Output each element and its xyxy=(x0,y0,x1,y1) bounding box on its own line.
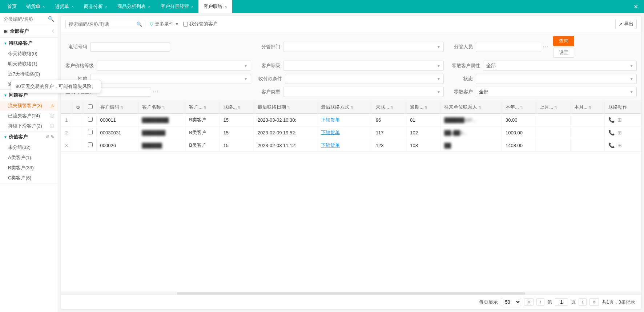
cell-checkbox-0 xyxy=(84,114,96,126)
more-conditions-btn[interactable]: ▽ 更多条件 ▼ xyxy=(150,21,179,27)
col-customer-code[interactable]: 客户编码⇅ xyxy=(96,101,138,114)
col-contact[interactable]: 联络...⇅ xyxy=(220,101,254,114)
edit-icon-value[interactable]: ✎ xyxy=(51,134,54,139)
setting-button[interactable]: 设置 xyxy=(553,48,574,58)
filter-select-customer-tier[interactable]: ▼ xyxy=(283,61,444,71)
nav-label-purchase: 进货单 xyxy=(55,3,69,10)
nav-item-home[interactable]: 首页 xyxy=(3,0,21,13)
per-page-label: 每页显示 xyxy=(479,299,498,305)
sidebar-item-classC[interactable]: C类客户(6) xyxy=(0,173,58,183)
sidebar-item-tomorrow-label: 明天待联络(1) xyxy=(8,61,54,67)
prev-page-btn[interactable]: ‹ xyxy=(536,298,544,306)
sidebar-item-unsorted[interactable]: 未分组(32) xyxy=(0,142,58,153)
col-settings[interactable]: ⚙ xyxy=(72,101,84,114)
col-this-year[interactable]: 本年...⇅ xyxy=(502,101,536,114)
filter-row-2: 客户价格等级 ▼ 客户等级 ▼ 零散客户属性 全部 xyxy=(65,61,637,71)
total-info: 共1页，3条记录 xyxy=(602,299,635,305)
nav-close-analysis[interactable]: × xyxy=(105,4,107,9)
nav-item-customer-tier[interactable]: 客户分层经营 × xyxy=(156,0,198,13)
sidebar-item-classB[interactable]: B类客户(33) xyxy=(0,163,58,173)
sidebar-group-value-header[interactable]: ▼ 价值客户 ↺ ✎ xyxy=(0,131,58,142)
info-icon-decreasing: ⓘ xyxy=(50,123,54,129)
refresh-icon-value[interactable]: ↺ xyxy=(45,134,49,139)
sidebar-item-today[interactable]: 今天待联络(0) xyxy=(0,49,58,59)
col-this-month[interactable]: 本月...⇅ xyxy=(570,101,604,114)
col-unit-contact[interactable]: 往来单位联系人⇅ xyxy=(440,101,502,114)
first-page-btn[interactable]: « xyxy=(524,298,533,306)
window-close-button[interactable]: ✕ xyxy=(631,3,641,10)
col-last-contact-date[interactable]: 最后联络日期⇅ xyxy=(254,101,317,114)
filter-select-customer-type[interactable]: ▼ xyxy=(283,87,444,97)
cell-method-1[interactable]: 下销货单 xyxy=(317,126,372,139)
cell-unit-1: ██y██3... xyxy=(440,126,502,139)
nav-close-purchase[interactable]: × xyxy=(71,4,73,9)
sidebar-item-classA[interactable]: A类客户(1) xyxy=(0,153,58,163)
phone-icon-0[interactable]: 📞 xyxy=(608,117,615,123)
filter-input-phone[interactable] xyxy=(90,42,170,52)
filter-select-price-tier[interactable]: ▼ xyxy=(97,61,251,71)
last-page-btn[interactable]: » xyxy=(589,298,599,306)
nav-item-analysis[interactable]: 商品分析 × xyxy=(79,0,112,13)
row-checkbox-2[interactable] xyxy=(88,142,93,147)
sidebar-item-week-label: 近7天待联络(0) xyxy=(8,71,54,77)
horizontal-scrollbar[interactable] xyxy=(61,292,641,295)
filter-input-region[interactable] xyxy=(97,88,151,97)
cell-method-0[interactable]: 下销货单 xyxy=(317,114,372,126)
nav-item-sales[interactable]: 销货单 × xyxy=(21,0,50,13)
sidebar-item-week[interactable]: 近7天待联络(0) xyxy=(0,69,58,79)
sidebar-item-classA-label: A类客户(1) xyxy=(8,154,54,161)
sidebar-item-tomorrow[interactable]: 明天待联络(1) xyxy=(0,59,58,69)
filter-select-retail[interactable]: 全部 ▼ xyxy=(476,87,637,97)
col-overdue[interactable]: 逾期...⇅ xyxy=(406,101,440,114)
grid-icon-1[interactable]: ⊞ xyxy=(617,130,622,135)
col-last-contact-method[interactable]: 最后联络方式⇅ xyxy=(317,101,372,114)
filter-select-retail-attr[interactable]: 全部 ▼ xyxy=(483,61,637,71)
sort-icon-thisyear: ⇅ xyxy=(520,105,523,109)
nav-item-analysis-list[interactable]: 商品分析列表 × xyxy=(112,0,155,13)
filter-select-dept[interactable]: ▼ xyxy=(283,42,444,52)
filter-select-person[interactable] xyxy=(476,42,541,52)
sidebar-item-decreasing[interactable]: 持续下滑客户(2) ⓘ xyxy=(0,121,58,131)
filter-select-nature[interactable]: ▼ xyxy=(90,74,251,84)
sidebar-item-unsorted-label: 未分组(32) xyxy=(8,144,54,151)
sidebar-all-customers[interactable]: ⊞ 全部客户 《 xyxy=(0,25,58,38)
toolbar-search-input[interactable] xyxy=(69,21,134,27)
nav-close-analysis-list[interactable]: × xyxy=(148,4,150,9)
toolbar-search-icon[interactable]: 🔍 xyxy=(136,21,142,27)
select-all-checkbox[interactable] xyxy=(88,104,93,109)
phone-icon-1[interactable]: 📞 xyxy=(608,130,615,135)
row-checkbox-1[interactable] xyxy=(88,130,93,134)
query-button[interactable]: 查询 xyxy=(553,36,574,46)
nav-close-customer-tier[interactable]: × xyxy=(191,4,193,9)
phone-icon-2[interactable]: 📞 xyxy=(608,142,615,148)
col-no-contact[interactable]: 未联...⇅ xyxy=(372,101,406,114)
col-customer-type[interactable]: 客户...⇅ xyxy=(185,101,220,114)
nav-close-sales[interactable]: × xyxy=(43,4,45,9)
sort-icon-overdue: ⇅ xyxy=(424,105,427,109)
col-customer-name[interactable]: 客户名称⇅ xyxy=(138,101,185,114)
grid-icon-2[interactable]: ⊞ xyxy=(617,142,622,148)
sidebar-search-input[interactable] xyxy=(4,16,48,22)
filter-select-payment[interactable]: ▼ xyxy=(285,74,444,84)
page-number-input[interactable] xyxy=(555,298,568,306)
nav-item-purchase[interactable]: 进货单 × xyxy=(50,0,79,13)
next-page-btn[interactable]: › xyxy=(579,298,587,306)
sidebar-item-about-to-lose[interactable]: 流失预警客户(3) ⚠ xyxy=(0,101,58,111)
nav-item-customer-contact[interactable]: 客户联络 × xyxy=(198,0,232,13)
my-customers-checkbox-container[interactable]: 我分管的客户 xyxy=(183,21,218,27)
chevron-down-customer-tier: ▼ xyxy=(436,64,440,68)
filter-select-status[interactable]: ▼ xyxy=(476,74,637,84)
filter-dots-region[interactable]: ··· xyxy=(151,87,160,97)
sidebar-group-pending-header[interactable]: ▼ 待联络客户 xyxy=(0,38,58,49)
nav-close-customer-contact[interactable]: × xyxy=(225,4,227,9)
cell-method-2[interactable]: 下销货单 xyxy=(317,139,372,152)
filter-dots-person[interactable]: ··· xyxy=(541,42,550,52)
row-checkbox-0[interactable] xyxy=(88,117,93,122)
grid-icon-0[interactable]: ⊞ xyxy=(617,117,622,123)
export-button[interactable]: ↗ 导出 xyxy=(615,19,637,29)
my-customers-checkbox[interactable] xyxy=(183,22,188,27)
col-last-month[interactable]: 上月...⇅ xyxy=(536,101,570,114)
per-page-select[interactable]: 50 20 100 xyxy=(501,298,521,306)
filter-label-payment: 收付款条件 xyxy=(258,76,282,82)
sidebar-item-already-lost[interactable]: 已流失客户(24) ⓘ xyxy=(0,111,58,121)
